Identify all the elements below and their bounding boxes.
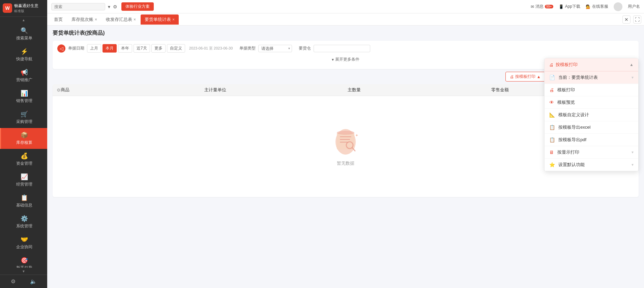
tab-close-all-btn[interactable]: ✕ (622, 15, 631, 24)
print-template-print-item[interactable]: 🖨 模板打印 (545, 84, 638, 96)
tab-inventory-batch-close[interactable]: × (95, 17, 97, 22)
online-service-label: 在线客服 (592, 4, 608, 9)
order-type-select[interactable]: 请选择 (258, 45, 292, 52)
operations-icon: 📈 (21, 173, 28, 181)
search-menu-icon: 🔍 (21, 27, 28, 34)
print-template-pdf-item[interactable]: 📋 按模板导出pdf (545, 134, 638, 146)
print-current-label-item[interactable]: 📄 当前：要货单统计表 ▾ (545, 71, 638, 84)
empty-state: ✦ 暂无数据 (322, 106, 369, 187)
table-col-unit: 主计量单位 (204, 87, 348, 93)
sidebar-item-sales[interactable]: 📊 销售管理 (0, 86, 47, 107)
sidebar-scroll-down[interactable]: ▼ (0, 268, 47, 275)
template-excel-label: 按模板导出excel (558, 124, 634, 130)
display-print-label: 按显示打印 (557, 149, 628, 155)
tab-home[interactable]: 首页 (50, 14, 67, 25)
print-display-print-item[interactable]: 🖥 按显示打印 ▾ (545, 146, 638, 159)
default-func-label: 设置默认功能 (558, 162, 628, 168)
sales-icon: 📊 (21, 90, 28, 97)
sidebar-item-collab-label: 企业协同 (16, 244, 32, 250)
collab-icon: 🤝 (21, 236, 28, 243)
table-settings-icon: ⚙ (57, 88, 61, 93)
template-preview-label: 模板预览 (557, 99, 634, 105)
order-type-label: 单据类型 (239, 45, 256, 51)
display-print-icon: 🖥 (549, 150, 554, 155)
table-col-goods: 商品 (61, 87, 204, 93)
filter-expand-icon: ◁ (60, 46, 63, 51)
sidebar-item-basic-label: 基础信息 (16, 202, 32, 208)
sidebar-item-inventory[interactable]: 📦 库存核算 (0, 128, 47, 149)
sidebar-item-search[interactable]: 🔍 搜索菜单 (0, 24, 47, 44)
search-input[interactable] (51, 3, 105, 10)
tab-receipt-summary[interactable]: 收发存汇总表 × (102, 14, 140, 25)
sidebar-item-marketing[interactable]: 📢 营销推广 (0, 65, 47, 86)
sidebar-item-finance-label: 资金管理 (16, 161, 32, 166)
print-dropdown-header: 🖨 按模板打印 ▲ (545, 58, 638, 71)
main-area: ▾ ⚙ 体验行业方案 ✉ 消息 99+ 📱 App下载 💁 在线客服 用户名 首… (47, 0, 644, 288)
date-last-7-days-btn[interactable]: 近7天 (134, 44, 150, 53)
sidebar-item-purchase[interactable]: 🛒 采购管理 (0, 107, 47, 128)
date-filter-group: 上月 本月 本年 近7天 更多 自定义 (87, 44, 185, 53)
sidebar-item-sales-label: 销售管理 (16, 98, 32, 104)
current-label-text: 当前：要货单统计表 (558, 74, 628, 81)
app-logo: W 畅赢通好生意 标准版 (0, 0, 47, 17)
date-prev-month-btn[interactable]: 上月 (87, 44, 101, 53)
tab-maximize-btn[interactable]: ⛶ (633, 15, 641, 24)
app-download-item[interactable]: 📱 App下载 (559, 4, 580, 9)
sidebar-item-quick-nav[interactable]: ⚡ 快捷导航 (0, 44, 47, 65)
print-template-preview-item[interactable]: 👁 模板预览 (545, 96, 638, 109)
order-type-select-wrap: 请选择 (258, 45, 292, 52)
header-gear-icon[interactable]: ⚙ (113, 4, 117, 9)
volume-footer-icon[interactable]: 🔈 (30, 278, 37, 285)
template-pdf-icon: 📋 (549, 137, 555, 142)
date-more-btn[interactable]: 更多 (151, 44, 166, 53)
print-arrow-icon: ▲ (537, 74, 541, 79)
goods-label: 要货仓 (299, 45, 311, 51)
svg-rect-1 (337, 133, 354, 150)
print-dropdown-collapse-btn[interactable]: ▲ (630, 62, 634, 67)
message-icon: ✉ (531, 4, 534, 9)
display-print-arrow: ▾ (632, 150, 634, 155)
sidebar-item-quick-nav-label: 快捷导航 (16, 56, 32, 62)
sidebar-item-basic[interactable]: 📋 基础信息 (0, 191, 47, 212)
template-print-icon: 🖨 (549, 87, 554, 93)
tab-order-summary-close[interactable]: × (172, 17, 175, 22)
tabs-actions: ✕ ⛶ (622, 15, 641, 24)
sidebar-item-operations[interactable]: 📈 经营管理 (0, 170, 47, 191)
nav-dropdown-btn[interactable]: ▾ (108, 4, 110, 9)
page-title: 要货单统计表(按商品) (53, 30, 639, 37)
filter-main-row: ◁ 单据日期 上月 本月 本年 近7天 更多 自定义 2023-06-01 至 … (57, 44, 634, 53)
print-template-design-item[interactable]: 📐 模板自定义设计 (545, 109, 638, 121)
avatar[interactable] (614, 2, 622, 11)
logo-icon: W (3, 3, 12, 13)
table-col-settings[interactable]: ⚙ (57, 88, 61, 93)
print-template-btn[interactable]: 🖨 按模板打印 ▲ (505, 72, 545, 82)
print-default-func-item[interactable]: ⭐ 设置默认功能 ▾ (545, 159, 638, 171)
goods-input[interactable] (314, 45, 370, 52)
sidebar-item-system-label: 系统管理 (16, 223, 32, 229)
date-custom-btn[interactable]: 自定义 (167, 44, 185, 53)
date-current-year-btn[interactable]: 本年 (118, 44, 132, 53)
date-current-month-btn[interactable]: 本月 (103, 44, 117, 53)
online-service-item[interactable]: 💁 在线客服 (586, 4, 608, 9)
message-item[interactable]: ✉ 消息 99+ (531, 4, 553, 9)
logo-text: 畅赢通好生意 标准版 (14, 3, 38, 13)
sidebar-scroll-up[interactable]: ▲ (0, 17, 47, 24)
template-preview-icon: 👁 (549, 100, 554, 105)
settings-footer-icon[interactable]: ⚙ (11, 278, 16, 285)
trial-btn[interactable]: 体验行业方案 (121, 2, 154, 11)
sidebar-item-system[interactable]: ⚙️ 系统管理 (0, 212, 47, 232)
filter-expand-btn[interactable]: ◁ (57, 44, 65, 53)
tab-order-summary[interactable]: 要货单统计表 × (141, 14, 179, 25)
sidebar-item-finance[interactable]: 💰 资金管理 (0, 149, 47, 170)
sidebar: W 畅赢通好生意 标准版 ▲ 🔍 搜索菜单 ⚡ 快捷导航 📢 营销推广 📊 销售… (0, 0, 47, 288)
tab-receipt-summary-close[interactable]: × (134, 17, 136, 22)
empty-state-illustration: ✦ (329, 127, 362, 157)
sidebar-item-search-label: 搜索菜单 (16, 35, 32, 41)
print-template-excel-item[interactable]: 📋 按模板导出excel (545, 121, 638, 134)
tab-inventory-batch[interactable]: 库存批次账 × (67, 14, 101, 25)
sidebar-item-newbie[interactable]: 🎯 新手引导 (0, 253, 47, 268)
default-func-icon: ⭐ (549, 162, 555, 167)
expand-more-btn[interactable]: ▾ 展开更多条件 (328, 55, 363, 64)
sidebar-item-collab[interactable]: 🤝 企业协同 (0, 232, 47, 253)
sidebar-item-newbie-label: 新手引导 (16, 265, 32, 268)
